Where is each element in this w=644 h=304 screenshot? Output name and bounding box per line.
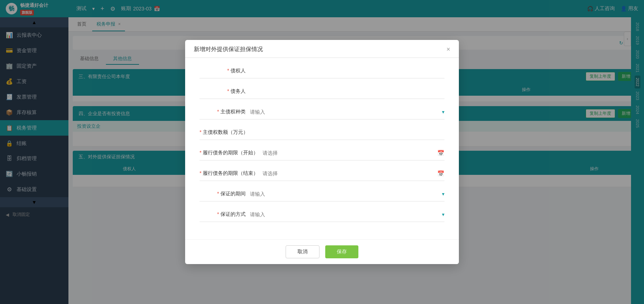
- form-group-creditor: * 债权人: [200, 67, 444, 78]
- label-perform-end: * 履行债务的期限（结束）: [200, 170, 263, 177]
- form-group-guarantee-method: * 保证的方式 ▾: [200, 210, 444, 222]
- chevron-down-icon[interactable]: ▾: [442, 191, 444, 197]
- required-mark: *: [217, 211, 219, 217]
- select-wrapper-claim-type: ▾: [250, 108, 444, 116]
- label-guarantee-method: * 保证的方式: [200, 211, 250, 218]
- label-creditor: * 债权人: [200, 68, 250, 74]
- dialog-header: 新增对外提供保证担保情况 ×: [185, 40, 459, 58]
- dialog-close-button[interactable]: ×: [446, 46, 450, 53]
- add-guarantee-dialog: 新增对外提供保证担保情况 × * 债权人 * 债务人: [185, 40, 459, 264]
- chevron-down-icon[interactable]: ▾: [442, 212, 444, 217]
- required-mark: *: [227, 68, 229, 73]
- cancel-button[interactable]: 取消: [286, 245, 319, 258]
- input-perform-start[interactable]: [263, 149, 437, 157]
- input-perform-end[interactable]: [263, 169, 437, 178]
- form-group-perform-start: * 履行债务的期限（开始） 📅: [200, 149, 444, 160]
- input-claim-amount[interactable]: [252, 128, 444, 137]
- date-wrapper-perform-end: 📅: [263, 169, 444, 178]
- save-button[interactable]: 保存: [325, 245, 358, 258]
- calendar-icon[interactable]: 📅: [437, 170, 444, 177]
- label-claim-amount: * 主债权数额（万元）: [200, 129, 252, 136]
- date-wrapper-perform-start: 📅: [263, 149, 444, 157]
- form-group-perform-end: * 履行债务的期限（结束） 📅: [200, 169, 444, 181]
- dialog-footer: 取消 保存: [185, 239, 459, 264]
- label-claim-type: * 主债权种类: [200, 109, 250, 115]
- input-debtor[interactable]: [250, 87, 444, 96]
- input-guarantee-period[interactable]: [250, 190, 442, 198]
- required-mark: *: [227, 88, 229, 94]
- modal-overlay[interactable]: 新增对外提供保证担保情况 × * 债权人 * 债务人: [0, 0, 644, 304]
- input-claim-type[interactable]: [250, 108, 442, 116]
- calendar-icon[interactable]: 📅: [437, 150, 444, 156]
- required-mark: *: [200, 170, 201, 176]
- select-wrapper-guarantee-method: ▾: [250, 210, 444, 219]
- dialog-title: 新增对外提供保证担保情况: [194, 46, 263, 53]
- required-mark: *: [217, 109, 219, 114]
- select-wrapper-guarantee-period: ▾: [250, 190, 444, 198]
- form-group-claim-type: * 主债权种类 ▾: [200, 108, 444, 119]
- input-creditor[interactable]: [250, 67, 444, 75]
- label-guarantee-period: * 保证的期间: [200, 191, 250, 197]
- form-group-claim-amount: * 主债权数额（万元）: [200, 128, 444, 140]
- form-group-debtor: * 债务人: [200, 87, 444, 99]
- label-debtor: * 债务人: [200, 88, 250, 95]
- dialog-body: * 债权人 * 债务人 * 主债权种类: [185, 58, 459, 239]
- required-mark: *: [200, 150, 201, 155]
- required-mark: *: [200, 129, 201, 135]
- input-guarantee-method[interactable]: [250, 210, 442, 219]
- form-group-guarantee-period: * 保证的期间 ▾: [200, 190, 444, 201]
- chevron-down-icon[interactable]: ▾: [442, 109, 444, 115]
- label-perform-start: * 履行债务的期限（开始）: [200, 150, 263, 156]
- required-mark: *: [217, 191, 219, 196]
